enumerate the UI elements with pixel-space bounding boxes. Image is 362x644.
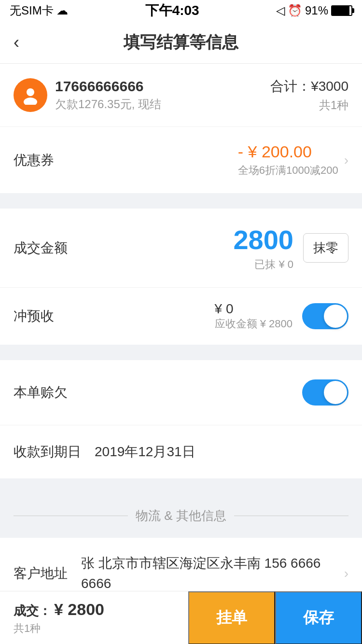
back-button[interactable]: ‹ [14,32,19,53]
coupon-row[interactable]: 优惠券 - ¥ 200.00 全场6折满1000减200 › [0,126,362,193]
main-content: 17666666666 欠款1276.35元, 现结 合计：¥3000 共1种 … [0,64,362,644]
bottom-bar: 成交： ¥ 2800 共1种 挂单 保存 [0,591,362,644]
total-count: 共1种 [270,98,348,113]
coupon-amount: - ¥ 200.00 [238,142,338,161]
bottom-amount: ¥ 2800 [54,600,104,619]
logistics-header: 物流 & 其他信息 [0,494,362,538]
address-chevron-icon: › [344,566,348,581]
debt-row: 本单赊欠 [0,360,362,425]
customer-phone: 17666666666 [55,78,161,95]
amount-row: 成交金额 2800 已抹 ¥ 0 抹零 [0,209,362,287]
status-right: ◁ ⏰ 91% [276,4,352,17]
page-title: 填写结算等信息 [124,31,238,54]
status-left: 无SIM卡 ☁ [10,3,68,18]
status-bar: 无SIM卡 ☁ 下午4:03 ◁ ⏰ 91% [0,0,362,21]
precollect-toggle[interactable] [302,303,348,329]
hang-button[interactable]: 挂单 [188,591,275,644]
divider-3 [0,486,362,494]
coupon-amount-block: - ¥ 200.00 全场6折满1000减200 [238,142,338,178]
coupon-label: 优惠券 [14,151,54,169]
svg-point-1 [24,98,37,105]
chevron-right-icon: › [344,153,348,168]
customer-left: 17666666666 欠款1276.35元, 现结 [14,78,161,112]
divider-2 [0,352,362,360]
precollect-row: 冲预收 ¥ 0 应收金额 ¥ 2800 [0,287,362,345]
divider-1 [0,201,362,209]
coupon-desc: 全场6折满1000减200 [238,163,338,178]
precollect-right: ¥ 0 应收金额 ¥ 2800 [215,301,348,331]
amount-value: 2800 [233,224,293,255]
duedate-row: 收款到期日 2019年12月31日 [0,425,362,478]
sim-label: 无SIM卡 ☁ [10,3,68,18]
precollect-amounts: ¥ 0 应收金额 ¥ 2800 [215,301,292,331]
debt-card: 本单赊欠 收款到期日 2019年12月31日 [0,360,362,478]
precollect-value: ¥ 0 [215,301,292,317]
bottom-count: 共1种 [14,621,175,636]
battery-percent: 91% [305,4,328,17]
debt-toggle-knob [324,381,347,404]
precollect-sub: 应收金额 ¥ 2800 [215,317,292,331]
header-line-right [234,516,348,516]
clock-icon: ⏰ [288,4,302,17]
debt-toggle[interactable] [302,379,348,406]
bottom-amount-row: 成交： ¥ 2800 [14,600,175,619]
amount-block: 2800 已抹 ¥ 0 [233,224,293,272]
debt-label: 本单赊欠 [14,383,68,402]
customer-info: 17666666666 欠款1276.35元, 现结 [55,78,161,112]
customer-card: 17666666666 欠款1276.35元, 现结 合计：¥3000 共1种 … [0,64,362,193]
address-label: 客户地址 [14,564,68,583]
battery-icon [331,5,352,16]
customer-right: 合计：¥3000 共1种 [270,77,348,113]
transaction-card: 成交金额 2800 已抹 ¥ 0 抹零 冲预收 ¥ 0 应收金额 ¥ 2800 [0,209,362,345]
location-icon: ◁ [276,4,285,17]
status-time: 下午4:03 [145,1,199,20]
nav-bar: ‹ 填写结算等信息 [0,21,362,64]
bottom-label: 成交： [14,602,51,619]
coupon-right: - ¥ 200.00 全场6折满1000减200 › [238,142,348,178]
customer-subtext: 欠款1276.35元, 现结 [55,97,161,112]
precollect-label: 冲预收 [14,307,54,325]
amount-sub: 已抹 ¥ 0 [233,257,293,272]
toggle-knob [324,305,347,328]
bottom-info: 成交： ¥ 2800 共1种 [0,600,188,636]
logistics-header-text: 物流 & 其他信息 [136,507,226,524]
avatar [14,78,47,112]
total-amount: 合计：¥3000 [270,77,348,96]
header-line-left [14,516,128,516]
svg-point-0 [27,88,34,96]
amount-label: 成交金额 [14,239,68,257]
customer-row: 17666666666 欠款1276.35元, 现结 合计：¥3000 共1种 [0,64,362,126]
amount-right: 2800 已抹 ¥ 0 抹零 [233,224,348,272]
duedate-label: 收款到期日 [14,443,81,461]
round-button[interactable]: 抹零 [303,233,348,263]
address-value: 张 北京市市辖区海淀区永丰南 156 6666 6666 [81,553,344,594]
save-button[interactable]: 保存 [275,591,362,644]
duedate-value: 2019年12月31日 [95,443,195,461]
